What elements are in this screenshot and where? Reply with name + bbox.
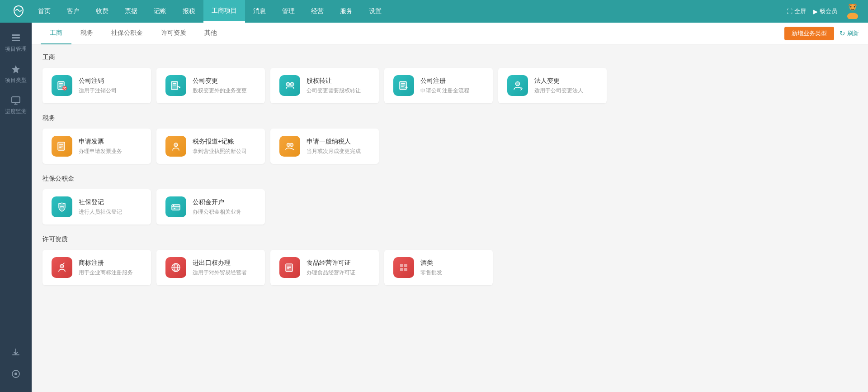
top-nav: 首页 客户 收费 票据 记账 报税 工商项目 消息 管理 经营 服务 设置 ⛶ … (0, 0, 868, 23)
svg-rect-46 (404, 268, 407, 271)
sidebar: 项目管理 项目类型 进度监测 (0, 23, 32, 392)
cards-shuiwu: 申请发票 办理申请发票业务 税务报道+记账 (42, 129, 857, 164)
section-shebao: 社保公积金 社保登记 进行人员社保登记 (42, 175, 857, 225)
card-food-license[interactable]: 食品经营许可证 办理食品经营许可证 (270, 250, 379, 285)
cards-shebao: 社保登记 进行人员社保登记 (42, 189, 857, 225)
svg-rect-27 (59, 144, 63, 145)
card-import-export-text: 进出口权办理 适用于对外贸易经营者 (193, 259, 247, 277)
card-general-taxpayer-text: 申请一般纳税人 当月或次月成变更完成 (307, 138, 361, 155)
nav-account[interactable]: 记账 (146, 0, 175, 23)
scroll-content: 工商 (32, 44, 868, 392)
svg-point-34 (173, 205, 175, 206)
svg-point-30 (174, 143, 178, 147)
section-xuke: 许可资质 商标注册 用于企业商标注册服务 (42, 235, 857, 285)
logo (7, 0, 30, 23)
card-general-taxpayer[interactable]: 申请一般纳税人 当月或次月成变更完成 (270, 129, 379, 164)
card-equity-transfer-text: 股权转让 公司变更需要股权转让 (307, 77, 361, 95)
avatar (844, 3, 861, 20)
svg-rect-4 (12, 34, 20, 36)
nav-tax[interactable]: 报税 (175, 0, 203, 23)
nav-service[interactable]: 服务 (332, 0, 361, 23)
refresh-icon: ↻ (840, 29, 845, 38)
nav-customer[interactable]: 客户 (59, 0, 88, 23)
nav-items: 首页 客户 收费 票据 记账 报税 工商项目 消息 管理 经营 服务 设置 (30, 0, 787, 23)
card-social-insurance[interactable]: 社保登记 进行人员社保登记 (42, 189, 151, 225)
svg-rect-21 (400, 81, 406, 90)
card-company-cancel-text: 公司注销 适用于注销公司 (79, 77, 117, 95)
svg-rect-24 (401, 86, 404, 87)
list-icon (10, 33, 21, 43)
sidebar-item-progress[interactable]: 进度监测 (0, 90, 32, 121)
tab-tax[interactable]: 税务 (71, 23, 102, 44)
card-company-cancel[interactable]: 公司注销 适用于注销公司 (42, 68, 151, 103)
invoice-icon (52, 136, 72, 157)
svg-marker-7 (12, 65, 20, 73)
svg-rect-41 (287, 267, 291, 268)
nav-business[interactable]: 工商项目 (203, 0, 245, 23)
nav-message[interactable]: 消息 (245, 0, 274, 23)
svg-rect-14 (59, 86, 61, 87)
card-provident-fund-text: 公积金开户 办理公积金相关业务 (193, 198, 241, 216)
content-area: 工商 税务 社保公积金 许可资质 其他 新增业务类型 ↻ 刷新 工商 (32, 23, 868, 392)
nav-manage[interactable]: 管理 (274, 0, 303, 23)
card-provident-fund[interactable]: 公积金开户 办理公积金相关业务 (156, 189, 265, 225)
play-icon: ▶ (813, 8, 818, 15)
tab-business[interactable]: 工商 (41, 23, 71, 44)
card-legal-change-text: 法人变更 适用于公司变更法人 (534, 77, 583, 95)
food-license-icon (279, 257, 300, 278)
svg-rect-18 (173, 85, 176, 86)
card-legal-change[interactable]: 法人变更 适用于公司变更法人 (498, 68, 607, 103)
sidebar-item-project-type[interactable]: 项目类型 (0, 58, 32, 90)
card-liquor[interactable]: 酒类 零售批发 (384, 250, 493, 285)
refresh-button[interactable]: ↻ 刷新 (840, 29, 859, 38)
tabs: 工商 税务 社保公积金 许可资质 其他 (41, 23, 226, 44)
card-tax-report[interactable]: 税务报道+记账 拿到营业执照的新公司 (156, 129, 265, 164)
svg-point-31 (287, 143, 290, 147)
liquor-icon (393, 257, 414, 278)
fullscreen-btn[interactable]: ⛶ 全屏 (787, 7, 806, 15)
tab-social-insurance[interactable]: 社保公积金 (102, 23, 152, 44)
section-shuiwu: 税务 申请发票 办理申请发票 (42, 114, 857, 164)
svg-point-36 (60, 264, 64, 268)
nav-fee[interactable]: 收费 (88, 0, 117, 23)
svg-rect-28 (59, 146, 63, 147)
card-tax-report-text: 税务报道+记账 拿到营业执照的新公司 (193, 138, 247, 155)
section-title-shuiwu: 税务 (42, 114, 857, 122)
tab-license[interactable]: 许可资质 (152, 23, 195, 44)
svg-point-20 (290, 82, 294, 86)
tab-other[interactable]: 其他 (195, 23, 226, 44)
card-trademark-text: 商标注册 用于企业商标注册服务 (79, 259, 133, 277)
svg-rect-13 (59, 85, 63, 86)
svg-rect-35 (174, 208, 175, 209)
trademark-icon (52, 257, 72, 278)
sidebar-support[interactable] (0, 363, 32, 385)
sidebar-download[interactable] (0, 341, 32, 363)
svg-point-19 (286, 82, 290, 86)
nav-operate[interactable]: 经营 (303, 0, 332, 23)
section-title-shebao: 社保公积金 (42, 175, 857, 183)
add-type-button[interactable]: 新增业务类型 (784, 27, 834, 40)
svg-rect-6 (12, 40, 20, 41)
star-icon (10, 64, 21, 75)
svg-point-10 (14, 373, 17, 375)
card-invoice[interactable]: 申请发票 办理申请发票业务 (42, 129, 151, 164)
card-company-register[interactable]: 公司注册 申请公司注册全流程 (384, 68, 493, 103)
member-btn[interactable]: ▶ 畅会员 (813, 7, 837, 15)
nav-settings[interactable]: 设置 (361, 0, 390, 23)
svg-rect-12 (59, 83, 63, 84)
svg-point-32 (290, 143, 293, 147)
nav-home[interactable]: 首页 (30, 0, 59, 23)
card-invoice-text: 申请发票 办理申请发票业务 (79, 138, 122, 155)
company-cancel-icon (52, 75, 72, 96)
card-company-change[interactable]: 公司变更 股权变更外的业务变更 (156, 68, 265, 103)
card-trademark[interactable]: 商标注册 用于企业商标注册服务 (42, 250, 151, 285)
monitor-icon (10, 95, 21, 106)
sidebar-item-project-mgmt[interactable]: 项目管理 (0, 27, 32, 58)
card-import-export[interactable]: 进出口权办理 适用于对外贸易经营者 (156, 250, 265, 285)
card-equity-transfer[interactable]: 股权转让 公司变更需要股权转让 (270, 68, 379, 103)
svg-point-3 (854, 6, 855, 7)
section-gongshang: 工商 (42, 53, 857, 103)
section-title-gongshang: 工商 (42, 53, 857, 62)
nav-bill[interactable]: 票据 (117, 0, 146, 23)
fullscreen-icon: ⛶ (787, 8, 793, 15)
